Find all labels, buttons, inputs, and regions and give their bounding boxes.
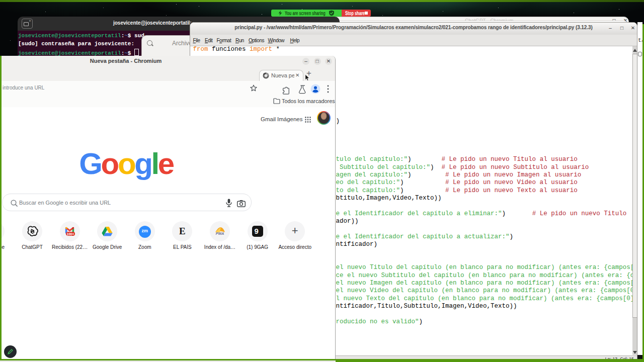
svg-text:PMA: PMA bbox=[216, 231, 224, 235]
